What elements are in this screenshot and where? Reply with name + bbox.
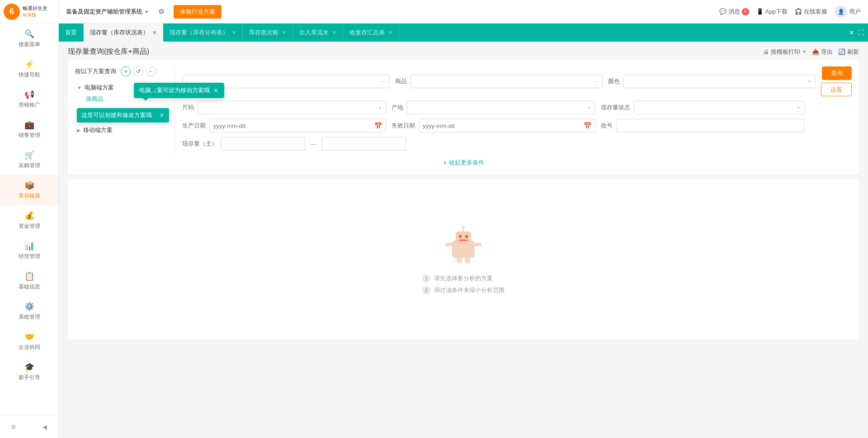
print-icon: 🖨 (763, 48, 769, 55)
logo-icon: 6 (4, 4, 20, 20)
reset-button[interactable]: 设置 (821, 83, 852, 96)
main-area: 装备及固定资产辅助管理系统 ▼ ⚙ 体验行业方案 💬 消息 6 📱 App下载 … (59, 0, 868, 438)
tab-home[interactable]: 首页 (59, 24, 84, 42)
sidebar-label-operations: 经营管理 (19, 253, 40, 260)
tab-stock-dist-close[interactable]: ✕ (232, 30, 236, 36)
query-label: 按以下方案查询 (75, 67, 116, 75)
refresh-scheme-button[interactable]: ↺ (133, 66, 143, 76)
tab-inout-flow-close[interactable]: ✕ (332, 30, 336, 36)
production-date-label: 生产日期 (182, 122, 206, 130)
settings-footer-button[interactable]: ⚙ (5, 420, 23, 433)
empty-state: 1 请先选择要分析的方案 2 用过滤条件来缩小分析范围 (68, 198, 859, 321)
size-dropdown-icon: ▼ (377, 105, 382, 110)
mobile-scheme-label: 移动端方案 (83, 126, 113, 134)
goods-select[interactable]: ··· (410, 75, 603, 88)
tab-stock-status[interactable]: 现存量（库存状况表） ✕ (84, 24, 163, 42)
filter-expiry-date: 失效日期 📅 (392, 119, 595, 132)
empty-illustration (443, 225, 484, 265)
user-button[interactable]: 👤 用户 (835, 5, 861, 18)
color-select[interactable]: ▼ (623, 75, 816, 88)
online-support-button[interactable]: 🎧 在线客服 (795, 8, 827, 16)
stock-qty-max-input[interactable] (322, 137, 406, 151)
expiry-date-input[interactable] (423, 122, 584, 129)
logo: 6 畅通好生意 标准版 (0, 0, 58, 24)
sidebar-item-enterprise[interactable]: 🤝 企业协同 (0, 326, 58, 357)
sidebar-item-quicknav[interactable]: ⚡ 快捷导航 (0, 54, 58, 84)
sidebar-item-inventory[interactable]: 📦 库存核算 (0, 175, 58, 205)
tab-recv-summary[interactable]: 收发存汇总表 ✕ (343, 24, 399, 42)
tab-recv-summary-close[interactable]: ✕ (388, 30, 392, 36)
mobile-scheme-item[interactable]: ▶ 移动端方案 (77, 124, 175, 136)
industry-button[interactable]: 体验行业方案 (174, 5, 222, 19)
refresh-button[interactable]: 🔄 刷新 (838, 48, 859, 56)
sidebar-item-sales[interactable]: 💼 销售管理 (0, 114, 58, 145)
sidebar-label-search: 搜索菜单 (19, 41, 40, 48)
export-label: 导出 (821, 48, 833, 56)
close-all-tabs-button[interactable]: ✕ (849, 29, 854, 36)
stock-status-select[interactable]: ▼ (634, 101, 805, 114)
collapse-sidebar-button[interactable]: ◀ (36, 420, 54, 433)
sidebar-label-marketing: 营销推广 (19, 101, 40, 109)
sidebar-item-purchase[interactable]: 🛒 采购管理 (0, 145, 58, 175)
size-label: 尺码 (182, 104, 194, 112)
edit-tooltip: 这里可以创建和修改方案哦 ✕ (77, 108, 169, 122)
quicknav-icon: ⚡ (24, 59, 34, 69)
svg-point-10 (462, 226, 465, 228)
filter-stock-status: 现存量状态 ▼ (601, 101, 805, 114)
size-select[interactable]: ▼ (198, 101, 386, 114)
template-print-button[interactable]: 🖨 按模板打印 ▼ (763, 48, 807, 56)
sidebar-item-finance[interactable]: 💰 资金管理 (0, 205, 58, 235)
query-button[interactable]: 查询 (822, 66, 852, 80)
back-scheme-button[interactable]: ← (146, 66, 156, 76)
sidebar-label-inventory: 库存核算 (19, 192, 40, 200)
stock-qty-min-input[interactable] (221, 137, 305, 151)
tab-batch-ledger[interactable]: 库存批次账 ✕ (243, 24, 293, 42)
svg-rect-8 (465, 257, 470, 263)
tab-batch-ledger-close[interactable]: ✕ (282, 30, 286, 36)
inventory-icon: 📦 (24, 180, 34, 190)
query-header: 按以下方案查询 + ↺ ← (75, 66, 175, 76)
tab-inout-flow[interactable]: 出入库流水 ✕ (293, 24, 343, 42)
production-date-calendar-icon[interactable]: 📅 (374, 122, 382, 129)
stock-status-dropdown-icon: ▼ (796, 105, 801, 110)
fullscreen-button[interactable]: ⛶ (858, 29, 864, 36)
sidebar-item-marketing[interactable]: 📢 营销推广 (0, 84, 58, 114)
system-name: 装备及固定资产辅助管理系统 (66, 8, 142, 16)
scheme-tooltip-close[interactable]: ✕ (213, 87, 219, 94)
batch-no-label: 批号 (601, 122, 613, 130)
sidebar-label-finance: 资金管理 (19, 222, 40, 230)
expiry-date-calendar-icon[interactable]: 📅 (584, 122, 591, 129)
scheme-tooltip-text: 电脑方案可设为移动方案哦 (139, 86, 210, 94)
sidebar-item-operations[interactable]: 📊 经营管理 (0, 235, 58, 266)
add-scheme-button[interactable]: + (121, 66, 131, 76)
tab-stock-dist[interactable]: 现存量（库存分布表） ✕ (163, 24, 243, 42)
tab-stock-status-close[interactable]: ✕ (152, 30, 156, 36)
query-panel: 按以下方案查询 + ↺ ← 电脑方案可设为移动方案哦 ✕ (68, 60, 859, 174)
filter-batch-no: 批号 (601, 119, 805, 132)
header-settings-button[interactable]: ⚙ (155, 5, 168, 19)
sidebar-item-system[interactable]: ⚙️ 系统管理 (0, 296, 58, 326)
app-download-button[interactable]: 📱 App下载 (756, 8, 788, 16)
production-date-input[interactable] (213, 122, 374, 129)
sidebar-item-search[interactable]: 🔍 搜索菜单 (0, 24, 58, 54)
avatar: 👤 (835, 5, 847, 18)
collapse-sidebar-icon: ◀ (42, 424, 47, 430)
export-button[interactable]: 📤 导出 (812, 48, 833, 56)
sidebar-item-newbie[interactable]: 🎓 新手引导 (0, 357, 58, 387)
edit-tooltip-close[interactable]: ✕ (159, 112, 165, 119)
stock-qty-label: 现存量（主） (182, 140, 217, 148)
print-dropdown-icon: ▼ (802, 49, 807, 54)
origin-select[interactable]: ▼ (407, 101, 595, 114)
collapse-label: 收起更多条件 (449, 159, 484, 167)
export-icon: 📤 (812, 48, 819, 55)
filter-color: 颜色 ▼ (608, 75, 816, 88)
messages-button[interactable]: 💬 消息 6 (719, 8, 749, 16)
search-icon: 🔍 (24, 29, 34, 39)
sidebar-item-basic[interactable]: 📋 基础信息 (0, 266, 58, 296)
header: 装备及固定资产辅助管理系统 ▼ ⚙ 体验行业方案 💬 消息 6 📱 App下载 … (59, 0, 868, 24)
system-title[interactable]: 装备及固定资产辅助管理系统 ▼ (66, 8, 149, 16)
origin-label: 产地 (392, 104, 403, 112)
batch-no-input[interactable] (616, 119, 805, 132)
collapse-bar[interactable]: ∧ 收起更多条件 (75, 155, 852, 170)
tab-home-label: 首页 (65, 28, 77, 37)
